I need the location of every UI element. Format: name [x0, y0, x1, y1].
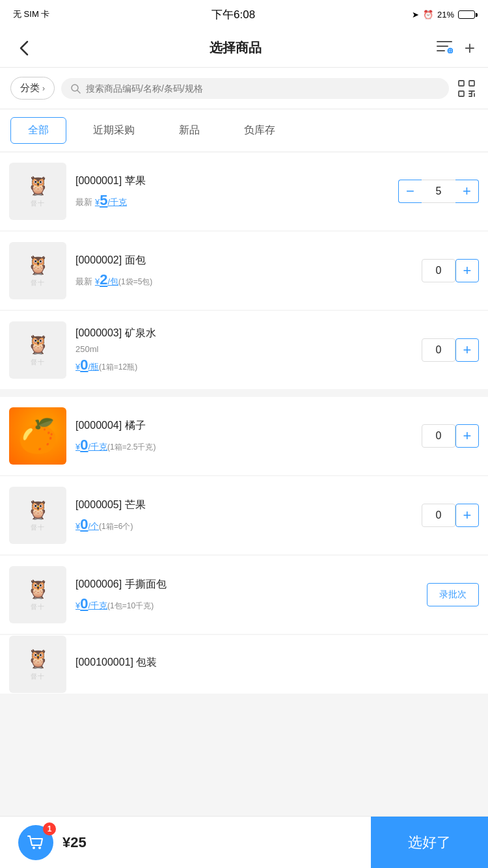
cart-icon-button[interactable]: 1 [18, 825, 53, 860]
product-item: 🦉 督十 [0000005] 芒果 ¥0/个(1箱=6个) + [0, 476, 488, 554]
product-name: [0000002] 面包 [75, 254, 413, 267]
brand-owl-icon: 🦉 [27, 175, 49, 197]
batch-record-button[interactable]: 录批次 [427, 583, 479, 606]
price-unit: /千克 [88, 442, 107, 452]
status-time: 下午6:08 [211, 7, 255, 22]
bottom-spacer [0, 695, 488, 747]
svg-rect-9 [459, 81, 464, 86]
product-item: 🦉 督十 [0000001] 苹果 最新 ¥5/千克 − + [0, 152, 488, 230]
quantity-control-0000002: + [422, 259, 479, 282]
confirm-button[interactable]: 选好了 [371, 817, 488, 869]
product-info-000100001: [000100001] 包装 [75, 656, 479, 673]
svg-line-8 [77, 90, 80, 93]
tab-all[interactable]: 全部 [10, 117, 66, 144]
price-number: 0 [80, 357, 88, 373]
quantity-input[interactable] [422, 504, 455, 527]
brand-owl-icon: 🦉 [27, 499, 49, 521]
brand-text: 督十 [31, 278, 45, 288]
alarm-icon: ⏰ [423, 10, 433, 20]
cart-total: ¥25 [62, 834, 87, 851]
product-name: [0000001] 苹果 [75, 174, 389, 188]
status-left: 无 SIM 卡 [13, 8, 55, 20]
quantity-control-0000006: 录批次 [427, 583, 479, 606]
battery-percent: 21% [437, 10, 454, 20]
product-price: 最新 ¥2/包(1袋=5包) [75, 271, 413, 288]
brand-owl-icon: 🦉 [27, 334, 49, 355]
svg-point-17 [33, 847, 35, 849]
quantity-control-0000005: + [422, 504, 479, 527]
brand-owl-icon: 🦉 [27, 648, 49, 670]
price-number: 0 [80, 595, 88, 612]
product-price: ¥0/千克(1包=10千克) [75, 595, 418, 612]
brand-text: 督十 [31, 199, 45, 208]
category-button[interactable]: 分类 › [10, 77, 55, 100]
product-image-000100001: 🦉 督十 [9, 636, 66, 693]
toolbar: 分类 › [0, 68, 488, 109]
search-bar [61, 78, 449, 99]
tab-negative[interactable]: 负库存 [226, 117, 293, 144]
cart-icon [27, 834, 45, 852]
product-image-0000006: 🦉 督十 [9, 566, 66, 623]
product-price: ¥0/千克(1箱=2.5千克) [75, 437, 413, 454]
price-number: 0 [80, 437, 88, 453]
price-extra: (1箱=6个) [99, 522, 133, 531]
product-name: [0000003] 矿泉水 [75, 327, 413, 340]
increase-button[interactable]: + [455, 504, 479, 527]
back-button[interactable] [13, 34, 35, 62]
svg-rect-10 [469, 81, 474, 86]
add-icon[interactable]: + [465, 38, 475, 59]
brand-text: 督十 [31, 523, 45, 532]
product-image-0000001: 🦉 督十 [9, 163, 66, 220]
tab-recent[interactable]: 近期采购 [75, 117, 152, 144]
product-item: [0000004] 橘子 ¥0/千克(1箱=2.5千克) + [0, 397, 488, 475]
product-price: ¥0/个(1箱=6个) [75, 516, 413, 533]
tab-new[interactable]: 新品 [161, 117, 217, 144]
quantity-input[interactable] [422, 424, 455, 448]
price-extra: (1箱=2.5千克) [107, 442, 156, 452]
product-list: 🦉 督十 [0000001] 苹果 最新 ¥5/千克 − + 🦉 督十 [000… [0, 152, 488, 747]
price-unit: /千克 [107, 197, 127, 207]
product-spec: 250ml [75, 344, 413, 354]
product-image-0000003: 🦉 督十 [9, 321, 66, 379]
scan-icon[interactable] [455, 77, 478, 100]
product-image-0000004 [9, 407, 66, 465]
price-unit: /个 [88, 521, 99, 531]
search-input[interactable] [86, 83, 440, 94]
quantity-control-0000001: − + [398, 180, 479, 203]
quantity-input[interactable] [422, 338, 455, 362]
quantity-input[interactable] [422, 259, 455, 282]
product-info-0000004: [0000004] 橘子 ¥0/千克(1箱=2.5千克) [75, 419, 413, 454]
category-label: 分类 [20, 82, 40, 94]
product-price: ¥0/瓶(1箱=12瓶) [75, 357, 413, 373]
price-label: 最新 [75, 197, 92, 207]
decrease-button[interactable]: − [398, 180, 422, 203]
quantity-control-0000004: + [422, 424, 479, 448]
filter-icon[interactable] [436, 39, 453, 57]
tabs-bar: 全部 近期采购 新品 负库存 [0, 109, 488, 152]
svg-rect-11 [459, 91, 464, 96]
brand-owl-icon: 🦉 [27, 578, 49, 600]
price-unit: /瓶 [88, 362, 99, 372]
brand-text: 督十 [31, 672, 45, 681]
nav-bar: 选择商品 + [0, 29, 488, 68]
price-number: 0 [80, 516, 88, 532]
price-number: 2 [100, 271, 107, 288]
section-gap [0, 390, 488, 397]
price-unit: /包 [107, 277, 118, 286]
increase-button[interactable]: + [455, 338, 479, 362]
status-right: ➤ ⏰ 21% [412, 10, 475, 20]
product-info-0000003: [0000003] 矿泉水 250ml ¥0/瓶(1箱=12瓶) [75, 327, 413, 373]
cart-badge: 1 [43, 822, 56, 835]
increase-button[interactable]: + [455, 180, 479, 203]
product-name: [000100001] 包装 [75, 656, 479, 670]
product-name: [0000006] 手撕面包 [75, 578, 418, 591]
nav-actions: + [436, 38, 475, 59]
price-extra: (1袋=5包) [118, 277, 152, 286]
quantity-input[interactable] [422, 180, 455, 203]
quantity-control-0000003: + [422, 338, 479, 362]
brand-text: 督十 [31, 603, 45, 612]
battery-bar [458, 10, 475, 19]
increase-button[interactable]: + [455, 424, 479, 448]
increase-button[interactable]: + [455, 259, 479, 282]
price-extra: (1箱=12瓶) [99, 362, 137, 372]
